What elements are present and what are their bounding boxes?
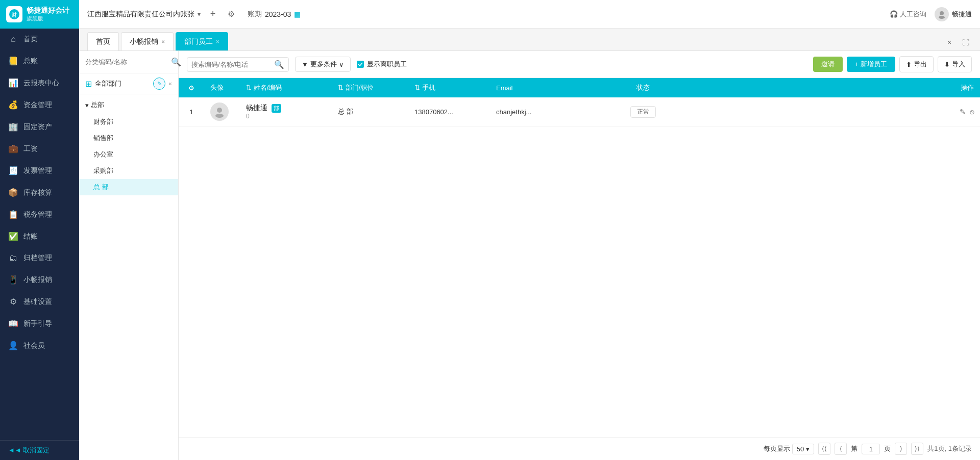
next-page-button[interactable]: ⟩ bbox=[895, 443, 907, 455]
sidebar-item-settings[interactable]: ⚙ 基础设置 bbox=[0, 291, 79, 313]
filter-arrow-icon: ∨ bbox=[339, 61, 344, 68]
search-icon[interactable]: 🔍 bbox=[274, 60, 284, 69]
sidebar-item-close-account[interactable]: ✅ 结账 bbox=[0, 225, 79, 247]
sidebar-item-tax[interactable]: 📋 税务管理 bbox=[0, 203, 79, 225]
tab-home[interactable]: 首页 bbox=[87, 32, 119, 50]
dept-zongbu-label: 总 部 bbox=[93, 183, 109, 192]
invite-button[interactable]: 邀请 bbox=[813, 57, 843, 72]
sidebar-item-inventory[interactable]: 📦 库存核算 bbox=[0, 182, 79, 203]
tab-dept-label: 部门员工 bbox=[184, 37, 213, 46]
show-resigned-label: 显示离职员工 bbox=[367, 60, 407, 69]
dept-child-caiwu[interactable]: 财务部 bbox=[79, 114, 178, 130]
page-size-selector: 每页显示 50 ▾ bbox=[764, 444, 814, 454]
sidebar-item-expense[interactable]: 📱 小畅报销 bbox=[0, 269, 79, 291]
sidebar-item-home[interactable]: ⌂ 首页 bbox=[0, 29, 79, 50]
sidebar-item-fixed-assets[interactable]: 🏢 固定资产 bbox=[0, 116, 79, 138]
col-phone[interactable]: ⇅ 手机 bbox=[408, 78, 490, 97]
assets-icon: 🏢 bbox=[8, 122, 18, 132]
sidebar-item-archive[interactable]: 🗂 归档管理 bbox=[0, 247, 79, 269]
first-page-button[interactable]: ⟨⟨ bbox=[818, 443, 830, 455]
col-avatar-label: 头像 bbox=[210, 84, 224, 91]
tab-expense[interactable]: 小畅报销 × bbox=[121, 32, 174, 50]
page-size-label: 每页显示 bbox=[764, 444, 790, 453]
last-page-button[interactable]: ⟩⟩ bbox=[911, 443, 923, 455]
sidebar-item-funds[interactable]: 💰 资金管理 bbox=[0, 94, 79, 116]
guide-icon: 📖 bbox=[8, 319, 18, 328]
help-button[interactable]: 🎧 人工咨询 bbox=[890, 10, 926, 19]
tab-home-label: 首页 bbox=[96, 37, 110, 46]
col-name-label: 姓名/编码 bbox=[254, 84, 282, 91]
sidebar-item-invoice[interactable]: 🧾 发票管理 bbox=[0, 160, 79, 182]
expand-tab-button[interactable]: ⛶ bbox=[960, 36, 972, 48]
col-action-label: 操作 bbox=[961, 84, 974, 91]
svg-point-4 bbox=[217, 108, 222, 113]
sidebar-item-label: 社会员 bbox=[23, 341, 45, 350]
content-area: 🔍 ⊞ 全部部门 ✎ « ▾ 总部 财务部 销售部 bbox=[79, 51, 980, 460]
dept-search-input[interactable] bbox=[85, 58, 171, 66]
user-profile[interactable]: 畅捷通 bbox=[935, 7, 972, 21]
dept-arrow-down-icon: ▾ bbox=[85, 101, 89, 109]
dept-panel: 🔍 ⊞ 全部部门 ✎ « ▾ 总部 财务部 销售部 bbox=[79, 51, 179, 460]
sidebar-item-label: 结账 bbox=[23, 232, 38, 241]
dept-collapse-button[interactable]: « bbox=[168, 80, 172, 87]
svg-point-3 bbox=[939, 16, 945, 19]
dept-child-zongbu[interactable]: 总 部 bbox=[79, 179, 178, 195]
sidebar-item-salary[interactable]: 💼 工资 bbox=[0, 138, 79, 160]
funds-icon: 💰 bbox=[8, 100, 18, 110]
invoice-icon: 🧾 bbox=[8, 166, 18, 175]
col-name[interactable]: ⇅ 姓名/编码 bbox=[240, 78, 332, 97]
sidebar-item-label: 基础设置 bbox=[23, 297, 52, 306]
dept-header-text: 全部部门 bbox=[95, 79, 150, 88]
sidebar-unpin-button[interactable]: ◄◄ 取消固定 bbox=[0, 440, 79, 460]
tab-expense-close[interactable]: × bbox=[161, 38, 165, 45]
dept-child-xiaoshou[interactable]: 销售部 bbox=[79, 130, 178, 146]
add-company-button[interactable]: + bbox=[207, 8, 219, 20]
col-email-label: Email bbox=[496, 84, 513, 92]
calendar-icon[interactable]: ▦ bbox=[294, 10, 301, 18]
sidebar-item-reports[interactable]: 📊 云报表中心 bbox=[0, 72, 79, 94]
tab-dept-employee[interactable]: 部门员工 × bbox=[176, 32, 228, 50]
dept-child-bangongshi[interactable]: 办公室 bbox=[79, 146, 178, 163]
sidebar-item-guide[interactable]: 📖 新手引导 bbox=[0, 313, 79, 335]
export-button[interactable]: ⬆ 导出 bbox=[899, 56, 934, 72]
show-resigned-checkbox[interactable] bbox=[357, 61, 364, 68]
page-number-input[interactable] bbox=[862, 444, 880, 454]
col-settings[interactable]: ⚙ bbox=[179, 78, 204, 97]
row-phone-cell: 138070602... bbox=[408, 97, 490, 126]
employee-search-input[interactable] bbox=[191, 61, 271, 68]
tab-dept-close[interactable]: × bbox=[216, 38, 219, 45]
col-dept[interactable]: ⇅ 部门/职位 bbox=[332, 78, 408, 97]
edit-employee-button[interactable]: ✎ bbox=[960, 108, 966, 116]
employee-search-box: 🔍 bbox=[187, 57, 289, 72]
dept-child-caigou[interactable]: 采购部 bbox=[79, 163, 178, 179]
dept-edit-button[interactable]: ✎ bbox=[153, 78, 165, 90]
page-size-dropdown[interactable]: 50 ▾ bbox=[792, 444, 814, 454]
add-employee-button[interactable]: + 新增员工 bbox=[847, 57, 895, 72]
logout-employee-button[interactable]: ⎋ bbox=[970, 108, 974, 116]
close-tab-button[interactable]: × bbox=[943, 36, 955, 48]
expense-icon: 📱 bbox=[8, 275, 18, 285]
prev-page-button[interactable]: ⟨ bbox=[835, 443, 847, 455]
import-button[interactable]: ⬇ 导入 bbox=[938, 56, 972, 72]
dept-group-head[interactable]: ▾ 总部 bbox=[79, 96, 178, 114]
topbar-right: 🎧 人工咨询 畅捷通 bbox=[890, 7, 972, 21]
period-value[interactable]: 2023-03 bbox=[265, 10, 291, 18]
sidebar-item-member[interactable]: 👤 社会员 bbox=[0, 335, 79, 356]
col-email: Email bbox=[490, 78, 592, 97]
status-badge: 正常 bbox=[630, 106, 656, 118]
ledger-icon: 📒 bbox=[8, 56, 18, 66]
row-status-cell: 正常 bbox=[592, 97, 694, 126]
import-icon: ⬇ bbox=[944, 61, 950, 68]
sort-icon-phone: ⇅ bbox=[414, 84, 420, 91]
sidebar-item-general-ledger[interactable]: 📒 总账 bbox=[0, 50, 79, 72]
prev-page-icon: ⟨ bbox=[840, 445, 842, 452]
topbar-settings-button[interactable]: ⚙ bbox=[225, 8, 237, 20]
show-resigned-toggle[interactable]: 显示离职员工 bbox=[357, 60, 407, 69]
archive-icon: 🗂 bbox=[8, 253, 18, 263]
more-filter-button[interactable]: ▼ 更多条件 ∨ bbox=[295, 57, 351, 72]
dept-group-label: 总部 bbox=[91, 100, 104, 110]
sidebar-item-label: 工资 bbox=[23, 144, 38, 154]
plus-icon: + bbox=[210, 9, 216, 19]
employee-table: ⚙ 头像 ⇅ 姓名/编码 ⇅ 部门/职位 bbox=[179, 78, 980, 126]
company-selector[interactable]: 江西服宝精品有限责任公司内账张 ▾ bbox=[87, 10, 201, 19]
